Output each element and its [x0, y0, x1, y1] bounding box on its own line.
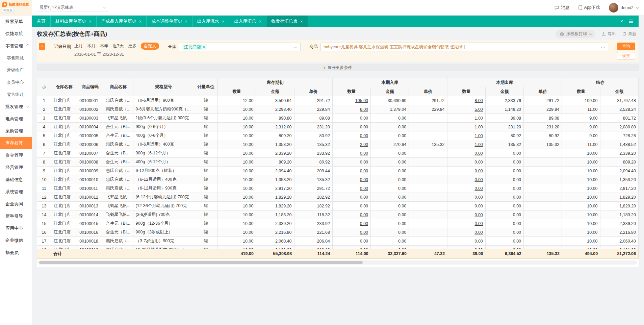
cell-in-qty[interactable]: 0.00	[332, 210, 370, 219]
cell-in-qty[interactable]: 6.00	[332, 105, 370, 114]
close-all-tabs-icon[interactable]: ×	[620, 19, 623, 24]
cell-out-qty[interactable]: 5.00	[447, 105, 485, 114]
col-header-spec[interactable]: 规格型号	[133, 78, 194, 96]
tab-close-icon[interactable]: ×	[89, 19, 92, 24]
product-more-icon[interactable]: ⋯	[601, 45, 605, 50]
cell-in-qty[interactable]: 0.00	[332, 149, 370, 158]
cell-in-qty[interactable]: 2.00	[332, 140, 370, 149]
brand[interactable]: 畅捷通好生意 标准版	[0, 0, 32, 15]
col-header-end-qty[interactable]: 数量	[562, 87, 600, 96]
sidebar-item[interactable]: 营销推广	[0, 64, 32, 76]
tab-close-icon[interactable]: ×	[259, 19, 261, 24]
date-range-link[interactable]: 本年	[100, 43, 108, 49]
cell-in-qty[interactable]: 0.00	[332, 175, 370, 184]
cell-out-qty[interactable]: 1.00	[447, 131, 485, 140]
tab-list-icon[interactable]	[628, 19, 633, 23]
cell-in-qty[interactable]: 0.00	[332, 237, 370, 246]
sidebar-item[interactable]: 批发管理	[0, 101, 32, 113]
export-button[interactable]: 导出	[601, 31, 616, 37]
date-range-link[interactable]: 上月	[74, 43, 83, 49]
column-settings-icon[interactable]	[42, 85, 47, 90]
cell-out-qty[interactable]: 1.00	[447, 140, 485, 149]
col-header-out-price[interactable]: 单价	[524, 87, 562, 96]
tab[interactable]: 收发存汇总表×	[266, 16, 308, 27]
cell-in-qty[interactable]: 0.00	[332, 193, 370, 202]
cell-in-qty[interactable]: 0.00	[332, 219, 370, 228]
sidebar-item[interactable]: 企业协同	[0, 198, 32, 210]
col-header-unit[interactable]: 计量单位	[194, 78, 217, 96]
tab-close-icon[interactable]: ×	[222, 19, 225, 24]
tab[interactable]: 成本调整单历史×	[147, 16, 192, 27]
cell-in-qty[interactable]: 0.00	[332, 114, 370, 123]
cell-in-qty[interactable]: 0.00	[332, 131, 370, 140]
print-by-template-button[interactable]: 按模板打印	[556, 30, 596, 38]
cell-out-qty[interactable]: 0.00	[447, 210, 485, 219]
scrollbar-thumb[interactable]	[39, 261, 363, 264]
col-header-out-amt[interactable]: 金额	[485, 87, 523, 96]
product-filter-input[interactable]: babycare儿童餐具 婴儿注水保温碗 宝宝防摔碗吸盘碗辅食碗勺套装 雀湖绿 …	[320, 43, 608, 51]
cell-in-qty[interactable]: 0.00	[332, 246, 370, 250]
warehouse-filter-input[interactable]: 江北门店 × ⋯	[179, 43, 301, 51]
cell-out-qty[interactable]: 0.00	[447, 246, 485, 250]
cell-in-qty[interactable]: 0.00	[332, 228, 370, 237]
sidebar-item[interactable]: 电商管理	[0, 113, 32, 125]
sidebar-item[interactable]: 零售管理	[0, 40, 32, 52]
table-scroll-area[interactable]: 仓库名称 商品编码 商品名称 规格型号 计量单位 库存期初 本期入库 本期出库 …	[37, 78, 639, 249]
settings-button[interactable]: 设置	[617, 52, 635, 59]
cell-in-qty[interactable]: 0.00	[332, 123, 370, 131]
date-range-link[interactable]: 近7天	[113, 43, 124, 49]
cell-out-qty[interactable]: 0.00	[447, 228, 485, 237]
sidebar-item[interactable]: 会员中心	[0, 76, 32, 89]
cell-in-qty[interactable]: 105.00	[332, 96, 370, 105]
sidebar-item[interactable]: 快捷导航	[0, 28, 32, 40]
tab-close-icon[interactable]: ×	[185, 19, 187, 24]
refresh-button[interactable]: 刷新	[622, 31, 637, 37]
col-header-name[interactable]: 商品名称	[103, 78, 133, 96]
account-select[interactable]: 母婴行业演示账表	[37, 3, 108, 12]
cell-out-qty[interactable]: 0.00	[447, 167, 485, 175]
col-header-end-amt[interactable]: 金额	[600, 87, 638, 96]
col-header-code[interactable]: 商品编码	[77, 78, 103, 96]
sidebar-item[interactable]: 企业微信	[0, 234, 32, 247]
sidebar-item[interactable]: 畅会员	[0, 247, 32, 259]
col-header-in-price[interactable]: 单价	[409, 87, 447, 96]
collapse-filter-button[interactable]: »	[39, 43, 45, 50]
sidebar-item[interactable]: 零售统计	[0, 89, 32, 101]
user-menu[interactable]: demo2	[609, 3, 638, 12]
col-header-begin-amt[interactable]: 金额	[256, 87, 294, 96]
cell-out-qty[interactable]: 0.00	[447, 237, 485, 246]
sidebar-item[interactable]: 应用中心	[0, 222, 32, 234]
tab[interactable]: 产成品入库单历史×	[97, 16, 147, 27]
cell-out-qty[interactable]: 0.00	[447, 202, 485, 210]
sidebar-item[interactable]: 新手引导	[0, 210, 32, 222]
custom-range-badge[interactable]: 自定义	[141, 43, 159, 50]
sidebar-item[interactable]: 搜索菜单	[0, 16, 32, 28]
cell-out-qty[interactable]: 8.00	[447, 96, 485, 105]
cell-in-qty[interactable]: 0.00	[332, 184, 370, 193]
warehouse-more-icon[interactable]: ⋯	[293, 45, 298, 50]
sidebar-item[interactable]: 采购管理	[0, 125, 32, 137]
sidebar-item[interactable]: 零售商城	[0, 52, 32, 64]
horizontal-scrollbar[interactable]	[38, 260, 637, 265]
cell-out-qty[interactable]: 1.00	[447, 114, 485, 123]
cell-out-qty[interactable]: 1.00	[447, 123, 485, 131]
col-header-out-qty[interactable]: 数量	[447, 87, 485, 96]
cell-in-qty[interactable]: 0.00	[332, 158, 370, 167]
tab[interactable]: 首页	[32, 16, 51, 27]
cell-in-qty[interactable]: 0.00	[332, 167, 370, 175]
messages-button[interactable]: 消息	[554, 5, 570, 10]
cell-in-qty[interactable]: 0.00	[332, 202, 370, 210]
cell-out-qty[interactable]: 0.00	[447, 184, 485, 193]
col-header-begin-price[interactable]: 单价	[294, 87, 332, 96]
tab[interactable]: 出入库汇总×	[229, 16, 266, 27]
expand-more-conditions[interactable]: » 展开更多条件	[37, 64, 639, 71]
sidebar-item[interactable]: 经营管理	[0, 161, 32, 174]
col-header-in-qty[interactable]: 数量	[332, 87, 370, 96]
col-header-warehouse[interactable]: 仓库名称	[51, 78, 77, 96]
tab[interactable]: 材料出库单历史×	[51, 16, 97, 27]
col-header-in-amt[interactable]: 金额	[371, 87, 409, 96]
tab-close-icon[interactable]: ×	[300, 19, 303, 24]
app-download-button[interactable]: App下载	[578, 5, 600, 10]
cell-out-qty[interactable]: 0.00	[447, 219, 485, 228]
date-range-link[interactable]: 本月	[87, 43, 96, 49]
